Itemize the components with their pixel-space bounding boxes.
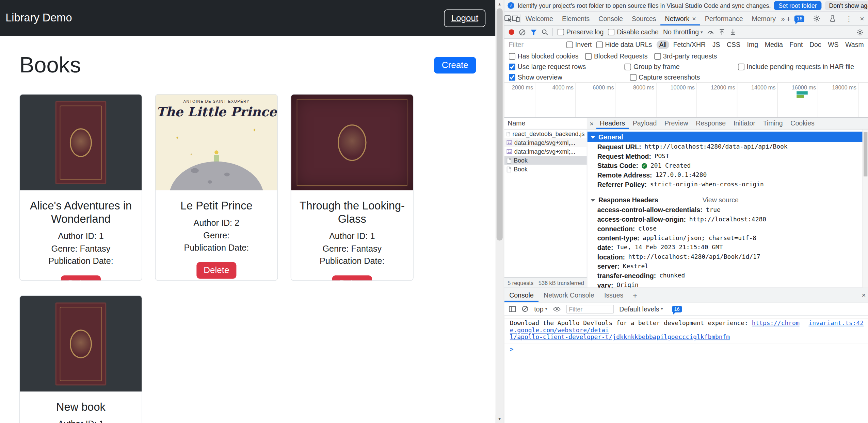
filter-pill-wasm[interactable]: Wasm [842, 40, 867, 49]
request-row[interactable]: data:image/svg+xml,... [504, 138, 587, 147]
create-button[interactable]: Create [434, 57, 476, 73]
scrollbar-thumb[interactable] [497, 8, 503, 240]
console-sidebar-toggle-icon[interactable] [509, 306, 516, 312]
tab-console[interactable]: Console [594, 12, 627, 26]
details-tab-timing[interactable]: Timing [759, 118, 787, 129]
device-toolbar-icon[interactable] [512, 12, 520, 26]
delete-button[interactable]: Delete [61, 275, 101, 281]
details-tab-preview[interactable]: Preview [661, 118, 692, 129]
drawer-tab-issues[interactable]: Issues [599, 288, 628, 302]
view-source-link[interactable]: View source [703, 196, 739, 204]
delete-button[interactable]: Delete [332, 275, 372, 281]
filter-pill-fetch-xhr[interactable]: Fetch/XHR [671, 40, 709, 49]
tab-memory[interactable]: Memory [748, 12, 781, 26]
issues-count-badge[interactable]: 16 [794, 15, 804, 22]
network-conditions-icon[interactable] [707, 29, 714, 36]
details-tab-response[interactable]: Response [692, 118, 730, 129]
drawer-tab-console[interactable]: Console [504, 288, 539, 302]
request-row-selected[interactable]: Book [504, 156, 587, 165]
add-drawer-tab-icon[interactable]: + [628, 291, 642, 300]
tab-performance[interactable]: Performance [701, 12, 748, 26]
capture-screenshots-input[interactable] [630, 74, 637, 81]
use-large-request-rows-checkbox[interactable]: Use large request rows [509, 63, 586, 71]
disable-cache-checkbox[interactable]: Disable cache [608, 28, 659, 36]
filter-pill-img[interactable]: Img [744, 40, 761, 49]
throttling-dropdown[interactable]: No throttling ▾ [663, 28, 703, 36]
request-row[interactable]: Book [504, 165, 587, 174]
scroll-down-button[interactable]: ▼ [496, 415, 504, 423]
blocked-requests-checkbox[interactable]: Blocked Requests [585, 52, 647, 60]
console-prompt-chevron[interactable]: > [504, 343, 868, 353]
has-blocked-cookies-checkbox[interactable]: Has blocked cookies [509, 52, 579, 60]
details-tab-headers[interactable]: Headers [596, 118, 629, 129]
console-issues-count-badge[interactable]: 16 [672, 306, 682, 312]
tab-sources[interactable]: Sources [627, 12, 661, 26]
invert-checkbox-input[interactable] [566, 41, 573, 48]
filter-pill-font[interactable]: Font [787, 40, 805, 49]
tab-elements[interactable]: Elements [558, 12, 594, 26]
network-filter-input[interactable] [509, 41, 562, 49]
more-tabs-icon[interactable]: » [780, 12, 786, 26]
show-overview-checkbox[interactable]: Show overview [509, 73, 562, 81]
tab-close-icon[interactable]: × [692, 15, 696, 22]
clear-network-log-icon[interactable] [519, 29, 526, 36]
include-pending-requests-checkbox[interactable]: Include pending requests in HAR file [738, 63, 854, 71]
page-scrollbar[interactable]: ▲ ▼ [496, 0, 504, 423]
filter-pill-media[interactable]: Media [762, 40, 786, 49]
details-tab-initiator[interactable]: Initiator [730, 118, 759, 129]
hide-data-urls-checkbox-input[interactable] [596, 41, 603, 48]
general-section-header[interactable]: General [587, 132, 862, 142]
details-scrollbar-thumb[interactable] [864, 132, 867, 176]
has-blocked-cookies-input[interactable] [509, 53, 516, 60]
third-party-requests-input[interactable] [654, 53, 661, 60]
add-tab-icon[interactable]: + [786, 12, 791, 26]
preserve-log-checkbox[interactable]: Preserve log [558, 28, 604, 36]
preserve-log-checkbox-input[interactable] [558, 29, 564, 36]
export-har-icon[interactable] [730, 29, 737, 36]
more-options-dots-icon[interactable]: ⋮ [842, 15, 856, 22]
hide-data-urls-checkbox[interactable]: Hide data URLs [596, 41, 652, 49]
devtools-close-icon[interactable]: × [858, 15, 866, 22]
scroll-up-button[interactable]: ▲ [496, 0, 504, 8]
request-row[interactable]: data:image/svg+xml;... [504, 147, 587, 156]
dont-show-again-button[interactable]: Don't show again [824, 1, 868, 10]
set-root-folder-button[interactable]: Set root folder [774, 1, 821, 10]
search-icon[interactable] [542, 29, 548, 36]
show-overview-input[interactable] [509, 74, 516, 81]
third-party-requests-checkbox[interactable]: 3rd-party requests [654, 52, 717, 60]
group-by-frame-checkbox[interactable]: Group by frame [625, 63, 680, 71]
tab-welcome[interactable]: Welcome [521, 12, 558, 26]
inspect-element-icon[interactable] [504, 12, 512, 26]
import-har-icon[interactable] [719, 29, 726, 36]
experiments-beaker-icon[interactable] [825, 15, 840, 22]
include-pending-requests-input[interactable] [738, 63, 744, 70]
details-tab-payload[interactable]: Payload [629, 118, 660, 129]
invert-checkbox[interactable]: Invert [566, 41, 592, 49]
console-source-link[interactable]: invariant.ts:42 [808, 320, 864, 327]
tab-network[interactable]: Network × [661, 12, 701, 26]
logout-button[interactable]: Logout [444, 9, 485, 27]
console-filter-input[interactable] [566, 304, 614, 313]
details-tab-cookies[interactable]: Cookies [787, 118, 818, 129]
console-context-dropdown[interactable]: top ▾ [534, 305, 547, 313]
settings-gear-icon[interactable] [809, 15, 824, 22]
disable-cache-checkbox-input[interactable] [608, 29, 615, 36]
filter-pill-ws[interactable]: WS [825, 40, 841, 49]
filter-funnel-icon[interactable] [530, 29, 537, 36]
request-row[interactable]: react_devtools_backend.js [504, 130, 587, 138]
network-overview-timeline[interactable]: 2000 ms 4000 ms 6000 ms 8000 ms 10000 ms… [504, 82, 868, 118]
filter-pill-js[interactable]: JS [710, 40, 723, 49]
use-large-request-rows-input[interactable] [509, 63, 516, 70]
network-settings-gear-icon[interactable] [856, 29, 864, 36]
capture-screenshots-checkbox[interactable]: Capture screenshots [630, 73, 700, 81]
filter-pill-doc[interactable]: Doc [807, 40, 824, 49]
record-network-log-icon[interactable] [509, 29, 514, 35]
requests-name-column-header[interactable]: Name [504, 118, 587, 129]
close-drawer-icon[interactable]: × [859, 291, 868, 299]
group-by-frame-input[interactable] [625, 63, 631, 70]
console-message-link[interactable]: l/apollo-client-developer-t/jdkknkkbebba… [510, 334, 730, 341]
response-headers-section-header[interactable]: Response Headers View source [587, 194, 862, 205]
details-scrollbar[interactable] [863, 130, 868, 288]
log-levels-dropdown[interactable]: Default levels ▾ [619, 305, 663, 313]
clear-console-icon[interactable] [521, 305, 529, 312]
